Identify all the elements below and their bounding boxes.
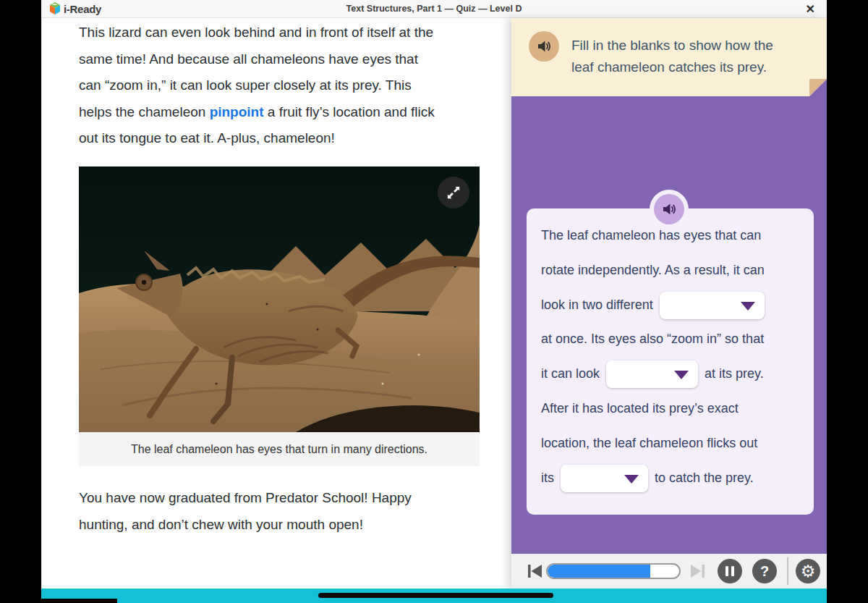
text-run: out its tongue to eat it. A-plus, chamel…: [79, 130, 335, 146]
figure-caption: The leaf chameleon has eyes that turn in…: [79, 432, 480, 466]
text-line: rotate independently. As a result, it ca…: [541, 253, 801, 288]
prompt-box: Fill in the blanks to show how theleaf c…: [511, 18, 827, 96]
settings-button[interactable]: ⚙: [796, 559, 820, 583]
text-run: location, the leaf chameleon flicks out: [541, 436, 757, 450]
text-line: its to catch the prey.: [541, 461, 801, 496]
text-line: Fill in the blanks to show how the: [571, 35, 810, 56]
chevron-down-icon: [674, 371, 689, 379]
text-line: location, the leaf chameleon flicks out: [541, 426, 801, 461]
text-run: This lizard can even look behind and in …: [79, 25, 433, 40]
pause-icon: [726, 566, 734, 576]
home-indicator[interactable]: [318, 593, 553, 598]
passage-paragraph-1: This lizard can even look behind and in …: [79, 20, 480, 152]
speaker-icon: [660, 201, 678, 218]
chameleon-figure: The leaf chameleon has eyes that turn in…: [79, 166, 480, 466]
text-run: at once. Its eyes also “zoom in” so that: [541, 332, 764, 346]
text-run: to catch the prey.: [651, 471, 754, 485]
prompt-audio-button[interactable]: [529, 31, 559, 62]
bottom-left-edge: [41, 599, 117, 603]
text-run: helps the chameleon: [79, 104, 210, 119]
expand-image-button[interactable]: [438, 177, 469, 208]
text-run: rotate independently. As a result, it ca…: [541, 263, 765, 277]
text-run: can “zoom in,” it can look super closely…: [79, 77, 412, 93]
question-mark-icon: ?: [760, 563, 769, 580]
text-line: at once. Its eyes also “zoom in” so that: [541, 322, 801, 357]
text-line: This lizard can even look behind and in …: [79, 20, 480, 46]
text-run: leaf chameleon catches its prey.: [571, 59, 767, 75]
text-run: look in two different: [541, 298, 657, 312]
text-line: You have now graduated from Predator Sch…: [79, 485, 480, 512]
text-run: at its prey.: [701, 366, 764, 381]
text-line: helps the chameleon pinpoint a fruit fly…: [79, 99, 480, 126]
text-line: look in two different: [541, 288, 801, 323]
text-run: Fill in the blanks to show how the: [571, 38, 773, 53]
chevron-down-icon: [624, 475, 639, 484]
question-card: The leaf chameleon has eyes that canrota…: [527, 208, 814, 515]
chameleon-photo: [79, 166, 480, 432]
answer-dropdown-1[interactable]: [660, 292, 765, 319]
bottom-bar: [41, 589, 827, 603]
progress-fill: [548, 565, 650, 578]
text-run: a fruit fly’s location and flick: [264, 104, 435, 119]
text-run: same time! And because all chameleons ha…: [79, 51, 418, 67]
speaker-icon: [535, 38, 553, 55]
text-run: it can look: [541, 366, 603, 381]
text-run: You have now graduated from Predator Sch…: [79, 490, 412, 505]
skip-to-end-icon[interactable]: [688, 562, 707, 583]
answer-dropdown-2[interactable]: [606, 360, 698, 388]
expand-arrows-icon: [444, 183, 463, 202]
progress-bar[interactable]: [546, 563, 681, 579]
help-button[interactable]: ?: [752, 559, 777, 583]
text-run: hunting, and don’t chew with your mouth …: [79, 517, 363, 532]
close-icon[interactable]: ✕: [801, 1, 820, 17]
question-audio-button[interactable]: [650, 190, 689, 229]
app-screen: i-Ready Text Structures, Part 1 — Quiz —…: [0, 0, 868, 603]
text-line: leaf chameleon catches its prey.: [571, 56, 810, 78]
prompt-text: Fill in the blanks to show how theleaf c…: [571, 35, 810, 78]
skip-to-start-icon[interactable]: [526, 562, 545, 583]
text-line: can “zoom in,” it can look super closely…: [79, 72, 480, 99]
passage-panel: This lizard can even look behind and in …: [41, 18, 511, 589]
quiz-title: Text Structures, Part 1 — Quiz — Level D: [41, 4, 827, 14]
answer-dropdown-3[interactable]: [561, 465, 648, 492]
chevron-down-icon: [741, 302, 755, 311]
gear-icon: ⚙: [801, 563, 816, 580]
question-text: The leaf chameleon has eyes that canrota…: [541, 219, 801, 495]
text-run: After it has located its prey’s exact: [541, 401, 739, 416]
controls-divider: [787, 557, 788, 585]
text-line: same time! And because all chameleons ha…: [79, 46, 480, 73]
chameleon-photo-art: [79, 166, 480, 432]
prompt-corner-fold-icon: [809, 79, 827, 96]
text-run: its: [541, 471, 558, 485]
text-run: The leaf chameleon has eyes that can: [541, 228, 761, 243]
text-line: After it has located its prey’s exact: [541, 392, 801, 426]
text-line: it can look at its prey.: [541, 357, 801, 392]
question-audio-circle: [654, 194, 684, 224]
vocab-link-pinpoint[interactable]: pinpoint: [210, 104, 264, 119]
header-bar: i-Ready Text Structures, Part 1 — Quiz —…: [41, 0, 827, 18]
playback-controls: ? ⚙: [511, 554, 827, 589]
question-background: The leaf chameleon has eyes that canrota…: [511, 96, 827, 554]
text-line: hunting, and don’t chew with your mouth …: [79, 512, 480, 539]
text-line: out its tongue to eat it. A-plus, chamel…: [79, 125, 480, 152]
passage-paragraph-2: You have now graduated from Predator Sch…: [79, 485, 480, 538]
pause-button[interactable]: [718, 559, 742, 583]
question-panel: Fill in the blanks to show how theleaf c…: [511, 18, 827, 589]
